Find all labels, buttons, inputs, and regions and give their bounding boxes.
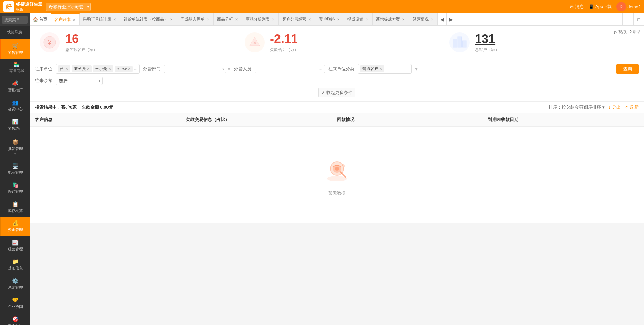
refresh-btn[interactable]: ↻ 刷新 xyxy=(625,104,639,110)
export-btn[interactable]: ↓ 导出 xyxy=(609,104,621,110)
tab-customer-tier[interactable]: 客户分层经营 ✕ xyxy=(279,13,315,26)
tab-close-customer-contact[interactable]: ✕ xyxy=(336,17,340,22)
sidebar-search-input[interactable] xyxy=(2,16,28,24)
svg-rect-3 xyxy=(453,39,457,47)
tag-wu-close[interactable]: ✕ xyxy=(65,67,68,71)
svg-point-6 xyxy=(327,176,347,181)
tab-production-in[interactable]: 产成品入库单 ✕ xyxy=(177,13,214,26)
sidebar-item-ecommerce[interactable]: 🖥️ 电商管理 xyxy=(0,159,30,178)
category-filter-tags[interactable]: 普通客户 ✕ xyxy=(358,64,412,74)
tab-close-goods-analysis[interactable]: ✕ xyxy=(234,17,239,22)
inventory-icon: 📋 xyxy=(12,201,19,207)
tab-nav-next[interactable]: ▶ xyxy=(447,13,456,26)
filter-tag-cjttcw: cjttcw ✕ xyxy=(115,66,133,72)
query-button[interactable]: 查询 xyxy=(616,64,639,74)
filter-tags-more[interactable]: ··· xyxy=(134,67,137,71)
tag-chen-close[interactable]: ✕ xyxy=(87,67,90,71)
sidebar-item-basics[interactable]: 📁 基础信息 xyxy=(0,255,30,274)
sidebar-item-system[interactable]: ⚙️ 系统管理 xyxy=(0,274,30,293)
collapse-btn[interactable]: ∧ 收起更多条件 xyxy=(318,88,355,97)
tab-stock-stats[interactable]: 进货单统计表（按商品） ✕ xyxy=(120,13,177,26)
workspace-dropdown[interactable]: 母婴行业演示帐套 xyxy=(46,3,91,11)
sidebar-item-enterprise[interactable]: 🤝 企业协同 xyxy=(0,293,30,313)
tab-goods-analysis[interactable]: 商品分析 ✕ xyxy=(214,13,242,26)
person-dots[interactable]: ··· xyxy=(317,66,325,71)
zero-mall-icon: 🏪 xyxy=(14,62,19,67)
tab-new-promotion[interactable]: 新增提成方案 ✕ xyxy=(373,13,409,26)
person-filter-area[interactable]: ··· xyxy=(255,65,325,73)
tab-close-business[interactable]: ✕ xyxy=(430,17,434,22)
workspace-selector-wrapper[interactable]: 母婴行业演示帐套 xyxy=(46,3,91,11)
ecommerce-icon: 🖥️ xyxy=(12,162,19,169)
tab-close-purchase-stats[interactable]: ✕ xyxy=(113,17,117,22)
dept-input[interactable] xyxy=(164,65,226,73)
sidebar-item-batch-mgmt[interactable]: 📦 批发管理 ▾ xyxy=(0,136,30,159)
filter-row-2: 往来余额 选择... xyxy=(35,77,639,85)
sidebar-item-inventory[interactable]: 📋 库存核算 xyxy=(0,197,30,217)
tab-maximize-btn[interactable]: □ xyxy=(633,13,644,26)
stat-icon-debt: ✕ xyxy=(245,32,265,52)
tab-nav-prev[interactable]: ◀ xyxy=(438,13,447,26)
tab-customer-tier-label: 客户分层经营 xyxy=(282,16,306,22)
tab-close-new-promotion[interactable]: ✕ xyxy=(401,17,405,22)
dept-dropdown-arrow[interactable]: ▾ xyxy=(228,66,230,72)
help-btn[interactable]: ? 帮助 xyxy=(629,29,641,35)
sidebar-item-zero-sales[interactable]: 🛒 零售管理 xyxy=(0,39,30,59)
tab-goods-analysis-list-label: 商品分析列表 xyxy=(246,16,270,22)
tab-goods-analysis-list[interactable]: 商品分析列表 ✕ xyxy=(242,13,279,26)
sidebar-label-ecommerce: 电商管理 xyxy=(8,170,23,175)
sidebar-item-capital[interactable]: 💰 资金管理 xyxy=(0,217,30,236)
stat-icon-total xyxy=(449,32,470,52)
tab-close-customer-accounts[interactable]: ✕ xyxy=(72,17,76,22)
stat-label-total: 总客户（家） xyxy=(475,47,499,53)
quick-nav-btn[interactable]: 快捷导航 xyxy=(0,26,30,38)
tab-home[interactable]: 🏠 首页 xyxy=(30,13,51,26)
tab-customer-accounts[interactable]: 客户账本 ✕ xyxy=(51,13,80,26)
app-container: 好 畅捷通好生意 标版 母婴行业演示帐套 ✉ 消息 📱 App下载 xyxy=(0,0,644,325)
sidebar-item-zero-stats[interactable]: 📊 零售统计 xyxy=(0,115,30,134)
category-dropdown-arrow[interactable]: ▾ xyxy=(415,66,418,72)
tab-close-production-in[interactable]: ✕ xyxy=(206,17,210,22)
sidebar-item-zero-mall[interactable]: 🏪 零售商城 xyxy=(0,59,30,77)
tab-minimize-btn[interactable]: — xyxy=(622,13,633,26)
tag-wang-close[interactable]: ✕ xyxy=(108,67,111,71)
basics-icon: 📁 xyxy=(12,258,19,265)
sidebar-item-member-center[interactable]: 👥 会员中心 xyxy=(0,96,30,115)
results-actions: 排序：按欠款金额倒序排序 ▾ ↓ 导出 ↻ 刷新 xyxy=(549,104,639,110)
sort-control[interactable]: 排序：按欠款金额倒序排序 ▾ xyxy=(549,104,605,110)
tag-ordinary-close[interactable]: ✕ xyxy=(379,67,382,71)
user-area[interactable]: D demo2 xyxy=(616,2,641,11)
tab-purchase-stats[interactable]: 采购订单统计表 ✕ xyxy=(80,13,120,26)
tab-close-customer-tier[interactable]: ✕ xyxy=(308,17,312,22)
tab-business-status[interactable]: 经营情况 ✕ xyxy=(409,13,438,26)
category-filter-label: 往来单位分类 xyxy=(328,66,354,72)
user-avatar: D xyxy=(616,2,626,11)
refresh-label: 刷新 xyxy=(630,104,639,110)
sidebar-item-operations[interactable]: 📈 经营管理 xyxy=(0,236,30,255)
message-btn[interactable]: ✉ 消息 xyxy=(570,4,584,10)
sidebar-label-capital: 资金管理 xyxy=(8,227,23,232)
sort-icon: ▾ xyxy=(602,105,605,110)
sidebar-item-purchase[interactable]: 🛍️ 采购管理 xyxy=(0,178,30,197)
sidebar-item-marketing[interactable]: 📣 营销推广 xyxy=(0,77,30,96)
tab-customer-contact[interactable]: 客户联络 ✕ xyxy=(315,13,344,26)
stat-label-debt: 欠款合计（万） xyxy=(270,47,298,53)
help-label: 帮助 xyxy=(633,29,641,35)
table-container: 客户信息 欠款交易信息（占比） 回款情况 到期未收款日期 xyxy=(30,113,644,223)
video-btn[interactable]: ▷ 视频 xyxy=(614,29,627,35)
tab-business-status-label: 经营情况 xyxy=(413,16,429,22)
newbie-icon: 🎯 xyxy=(12,316,19,322)
balance-select[interactable]: 选择... xyxy=(56,77,103,85)
tab-close-stock-stats[interactable]: ✕ xyxy=(169,17,173,22)
sidebar-item-newbie[interactable]: 🎯 新手引导 xyxy=(0,313,30,325)
person-input[interactable] xyxy=(255,65,317,73)
tab-close-goods-list[interactable]: ✕ xyxy=(271,17,275,22)
app-download-btn[interactable]: 📱 App下载 xyxy=(589,4,612,10)
unit-filter-tags[interactable]: 伍 ✕ 陈民强 ✕ 王小亮 ✕ xyxy=(56,64,140,74)
tab-promotion-settings[interactable]: 提成设置 ✕ xyxy=(344,13,373,26)
tag-cjttcw-label: cjttcw xyxy=(117,67,127,71)
tab-close-promotion[interactable]: ✕ xyxy=(365,17,369,22)
tag-cjttcw-close[interactable]: ✕ xyxy=(128,67,131,71)
filter-tag-chen: 陈民强 ✕ xyxy=(72,65,92,72)
results-info: 搜索结果中，客户0家 欠款金额 0.00元 xyxy=(35,104,113,110)
